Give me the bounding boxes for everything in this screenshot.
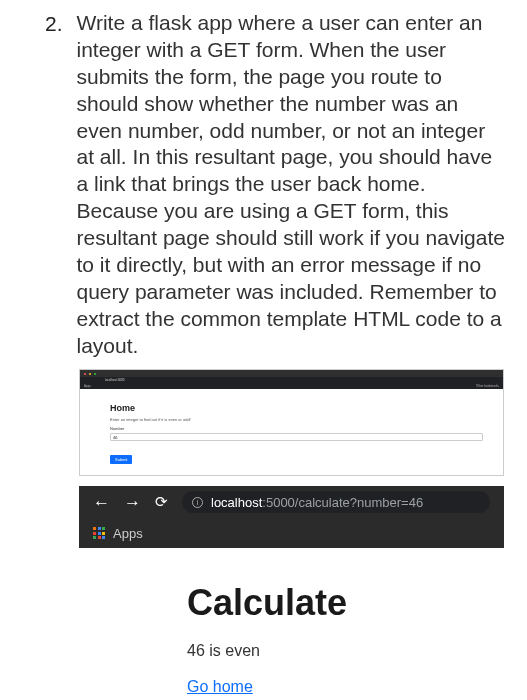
bookmark-bar: Apps (79, 518, 504, 548)
other-bookmarks: Other bookmarks (476, 384, 499, 388)
info-icon: i (192, 497, 203, 508)
back-icon[interactable]: ← (93, 494, 110, 511)
window-max-icon (94, 373, 96, 375)
calculate-page-body: Calculate 46 is even Go home (79, 548, 504, 700)
question-number: 2. (45, 10, 63, 359)
apps-grid-icon[interactable] (93, 527, 105, 539)
home-heading: Home (110, 403, 483, 413)
browser-toolbar: ← → ⟳ i localhost:5000/calculate?number=… (79, 486, 504, 518)
home-page-body: Home Enter an integer to find out if it … (80, 389, 503, 475)
url-host: localhost (211, 495, 262, 510)
forward-icon[interactable]: → (124, 494, 141, 511)
question-text: Write a flask app where a user can enter… (77, 10, 507, 359)
number-input-value: 46 (113, 435, 117, 440)
number-input[interactable]: 46 (110, 433, 483, 441)
address-bar[interactable]: i localhost:5000/calculate?number=46 (182, 491, 490, 513)
calculate-result: 46 is even (187, 642, 484, 660)
calculate-browser-screenshot: ← → ⟳ i localhost:5000/calculate?number=… (79, 486, 504, 700)
home-instruction: Enter an integer to find out if it is ev… (110, 417, 483, 422)
url-small: localhost:5000 (105, 378, 124, 382)
reload-icon[interactable]: ⟳ (155, 493, 168, 511)
question-block: 2. Write a flask app where a user can en… (45, 10, 507, 359)
submit-button[interactable]: Submit (110, 455, 132, 464)
go-home-link[interactable]: Go home (187, 678, 253, 695)
browser-tabbar (80, 370, 503, 377)
number-label: Number (110, 426, 483, 431)
apps-label-small: Apps (84, 384, 91, 388)
screenshots: localhost:5000 Apps Other bookmarks Home… (79, 369, 504, 700)
window-min-icon (89, 373, 91, 375)
window-close-icon (84, 373, 86, 375)
apps-label[interactable]: Apps (113, 526, 143, 541)
url-rest: :5000/calculate?number=46 (262, 495, 423, 510)
calculate-heading: Calculate (187, 582, 484, 624)
home-browser-screenshot: localhost:5000 Apps Other bookmarks Home… (79, 369, 504, 476)
url: localhost:5000/calculate?number=46 (211, 495, 423, 510)
